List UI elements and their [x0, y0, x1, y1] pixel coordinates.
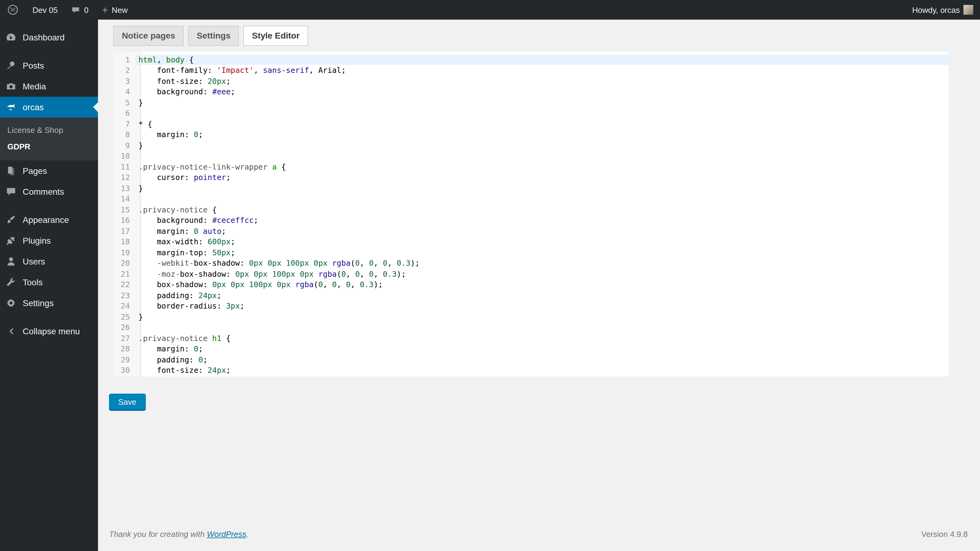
code-line[interactable]: 22 box-shadow: 0px 0px 100px 0px rgba(0,…	[113, 279, 949, 290]
code-line[interactable]: 13}	[113, 183, 949, 194]
pages-icon	[5, 165, 17, 177]
code-line-text: .privacy-notice h1 {	[135, 333, 949, 344]
sidebar-item-label: Tools	[23, 277, 43, 287]
code-line-text: font-family: 'Impact', sans-serif, Arial…	[135, 65, 949, 76]
code-line[interactable]: 8 margin: 0;	[113, 130, 949, 140]
code-line[interactable]: 20 -webkit-box-shadow: 0px 0px 100px 0px…	[113, 258, 949, 269]
line-number: 29	[113, 354, 135, 365]
code-line[interactable]: 14	[113, 194, 949, 205]
tools-icon	[5, 276, 17, 288]
code-line-text: margin: 0;	[135, 130, 949, 140]
line-number: 12	[113, 172, 135, 183]
collapse-menu-button[interactable]: Collapse menu	[0, 321, 98, 341]
code-line-text	[135, 194, 949, 205]
line-number: 24	[113, 301, 135, 311]
sidebar-item-plugins[interactable]: Plugins	[0, 230, 98, 251]
code-line[interactable]: 30 font-size: 24px;	[113, 365, 949, 376]
code-editor[interactable]: 1html, body {2 font-family: 'Impact', sa…	[113, 52, 949, 376]
code-line[interactable]: 19 margin-top: 50px;	[113, 247, 949, 258]
pin-icon	[5, 59, 17, 71]
sidebar-item-media[interactable]: Media	[0, 76, 98, 97]
code-line-text: margin-top: 50px;	[135, 247, 949, 258]
code-line[interactable]: 3 font-size: 20px;	[113, 76, 949, 87]
wordpress-logo-icon: W	[7, 4, 19, 16]
tab-settings[interactable]: Settings	[188, 26, 239, 46]
code-line[interactable]: 21 -moz-box-shadow: 0px 0px 100px 0px rg…	[113, 269, 949, 279]
sidebar-item-orcas[interactable]: orcas	[0, 97, 98, 118]
wordpress-link[interactable]: WordPress	[207, 530, 246, 539]
camera-icon	[5, 80, 17, 92]
code-line[interactable]: 9}	[113, 140, 949, 151]
wordpress-logo-menu[interactable]: W	[0, 0, 26, 20]
new-label: New	[112, 5, 128, 14]
line-number: 9	[113, 140, 135, 151]
submenu-item-license-shop[interactable]: License & Shop	[0, 122, 98, 138]
line-number: 27	[113, 333, 135, 344]
code-line-text: -webkit-box-shadow: 0px 0px 100px 0px rg…	[135, 258, 949, 269]
tab-notice-pages[interactable]: Notice pages	[113, 26, 184, 46]
code-line[interactable]: 24 border-radius: 3px;	[113, 301, 949, 311]
code-line[interactable]: 6	[113, 108, 949, 119]
code-line[interactable]: 7* {	[113, 119, 949, 130]
admin-sidebar: DashboardPostsMediaorcasLicense & ShopGD…	[0, 20, 98, 551]
code-line[interactable]: 23 padding: 24px;	[113, 290, 949, 301]
line-number: 13	[113, 183, 135, 194]
code-line-text: font-size: 20px;	[135, 76, 949, 87]
code-line[interactable]: 15.privacy-notice {	[113, 205, 949, 215]
sidebar-item-pages[interactable]: Pages	[0, 160, 98, 181]
line-number: 7	[113, 119, 135, 130]
code-line[interactable]: 27.privacy-notice h1 {	[113, 333, 949, 344]
sidebar-item-dashboard[interactable]: Dashboard	[0, 27, 98, 48]
code-line[interactable]: 1html, body {	[113, 54, 949, 65]
code-line[interactable]: 16 background: #ceceffcc;	[113, 215, 949, 226]
sidebar-item-comments[interactable]: Comments	[0, 181, 98, 202]
line-number: 18	[113, 237, 135, 247]
code-line[interactable]: 29 padding: 0;	[113, 354, 949, 365]
main-content: Notice pagesSettingsStyle Editor 1html, …	[98, 20, 980, 551]
line-number: 30	[113, 365, 135, 376]
line-number: 1	[113, 54, 135, 65]
code-line[interactable]: 18 max-width: 600px;	[113, 237, 949, 247]
sidebar-menu: DashboardPostsMediaorcasLicense & ShopGD…	[0, 27, 98, 313]
line-number: 17	[113, 226, 135, 237]
tab-bar: Notice pagesSettingsStyle Editor	[113, 26, 968, 46]
code-line[interactable]: 12 cursor: pointer;	[113, 172, 949, 183]
line-number: 5	[113, 97, 135, 108]
submenu-item-gdpr[interactable]: GDPR	[0, 138, 98, 155]
code-line[interactable]: 4 background: #eee;	[113, 87, 949, 97]
sidebar-item-users[interactable]: Users	[0, 251, 98, 272]
code-line-text: -moz-box-shadow: 0px 0px 100px 0px rgba(…	[135, 269, 949, 279]
comments-menu[interactable]: 0	[64, 0, 95, 20]
new-content-menu[interactable]: + New	[95, 0, 134, 20]
thanks-suffix: .	[246, 530, 248, 539]
line-number: 25	[113, 311, 135, 322]
code-line[interactable]: 2 font-family: 'Impact', sans-serif, Ari…	[113, 65, 949, 76]
code-line[interactable]: 26	[113, 322, 949, 333]
save-button[interactable]: Save	[109, 394, 145, 410]
sidebar-item-tools[interactable]: Tools	[0, 272, 98, 293]
site-name-menu[interactable]: Dev 05	[26, 0, 64, 20]
line-number: 2	[113, 65, 135, 76]
code-line[interactable]: 5}	[113, 97, 949, 108]
line-number: 14	[113, 194, 135, 205]
sidebar-item-settings[interactable]: Settings	[0, 293, 98, 313]
code-line[interactable]: 11.privacy-notice-link-wrapper a {	[113, 162, 949, 172]
code-line-text: * {	[135, 119, 949, 130]
line-number: 8	[113, 130, 135, 140]
tab-style-editor[interactable]: Style Editor	[243, 26, 309, 46]
line-number: 22	[113, 279, 135, 290]
sidebar-item-label: orcas	[23, 102, 43, 112]
my-account-menu[interactable]: Howdy, orcas	[905, 0, 980, 20]
code-line-text: background: #eee;	[135, 87, 949, 97]
code-line[interactable]: 25}	[113, 311, 949, 322]
sidebar-item-posts[interactable]: Posts	[0, 55, 98, 76]
code-line-text: .privacy-notice-link-wrapper a {	[135, 162, 949, 172]
code-line[interactable]: 17 margin: 0 auto;	[113, 226, 949, 237]
code-line[interactable]: 28 margin: 0;	[113, 344, 949, 354]
collapse-arrow-icon	[5, 325, 17, 337]
code-line[interactable]: 10	[113, 151, 949, 162]
sidebar-item-appearance[interactable]: Appearance	[0, 210, 98, 230]
wordpress-admin: W Dev 05 0 + New Howdy, orcas DashboardP…	[0, 0, 980, 551]
code-line-text: box-shadow: 0px 0px 100px 0px rgba(0, 0,…	[135, 279, 949, 290]
sidebar-item-label: Users	[23, 257, 45, 266]
